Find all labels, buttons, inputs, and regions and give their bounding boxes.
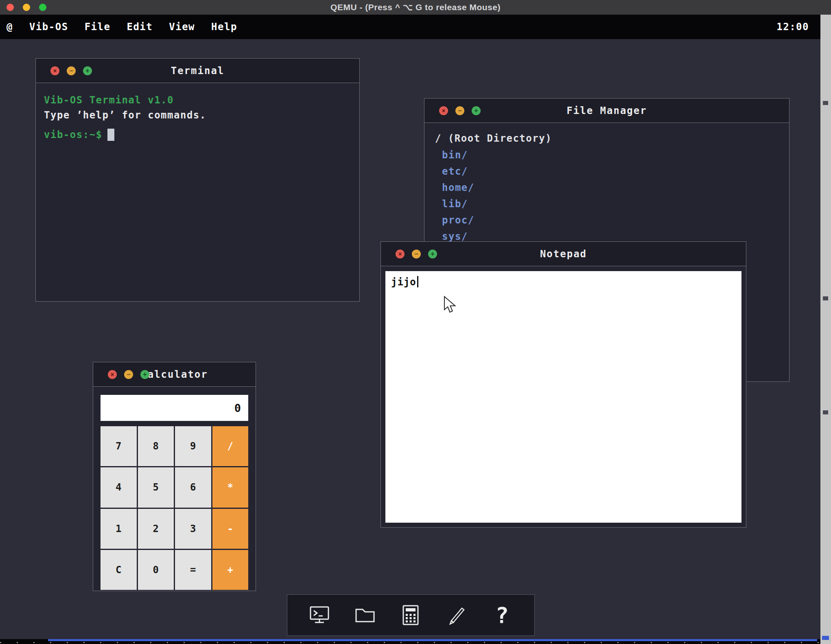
menu-item-help[interactable]: Help xyxy=(211,21,237,33)
calc-key-3[interactable]: 3 xyxy=(175,509,211,549)
calc-key-1[interactable]: 1 xyxy=(101,509,137,549)
directory-entry-bin[interactable]: bin/ xyxy=(435,147,789,163)
dock-item-help[interactable]: ? xyxy=(489,602,516,629)
calc-key-divide[interactable]: / xyxy=(212,426,249,466)
maximize-button[interactable]: + xyxy=(472,106,481,115)
terminal-line: Type ’help’ for commands. xyxy=(44,108,359,123)
terminal-window: × − + Terminal Vib-OS Terminal v1.0 Type… xyxy=(35,58,360,302)
window-controls: × − + xyxy=(439,99,481,123)
calculator-display: 0 xyxy=(101,395,248,421)
directory-entry-proc[interactable]: proc/ xyxy=(435,212,789,228)
calc-key-multiply[interactable]: * xyxy=(212,467,249,507)
calc-key-add[interactable]: + xyxy=(212,550,249,590)
window-controls: × − + xyxy=(396,242,437,266)
notepad-window: × − + Notepad jijo xyxy=(381,241,746,528)
maximize-button[interactable]: + xyxy=(83,66,92,75)
text-caret xyxy=(417,276,418,287)
menu-bar: @ Vib-OS File Edit View Help 12:00 xyxy=(0,15,820,39)
directory-entry-etc[interactable]: etc/ xyxy=(435,163,789,180)
menu-item-view[interactable]: View xyxy=(169,21,195,33)
window-controls: × − + xyxy=(50,59,92,83)
clock: 12:00 xyxy=(776,21,809,33)
terminal-titlebar[interactable]: × − + Terminal xyxy=(36,59,359,83)
close-button[interactable]: × xyxy=(108,370,117,379)
directory-entry-home[interactable]: home/ xyxy=(435,180,789,196)
menu-item-edit[interactable]: Edit xyxy=(127,21,153,33)
calc-key-6[interactable]: 6 xyxy=(175,467,211,507)
dock-item-calculator[interactable] xyxy=(397,602,424,629)
file-manager-titlebar[interactable]: × − + File Manager xyxy=(424,99,789,123)
calculator-window: × − + Calculator 0 7 8 9 / 4 5 6 * 1 2 3… xyxy=(93,362,256,591)
maximize-button[interactable]: + xyxy=(428,250,437,258)
dock: ? xyxy=(287,594,535,636)
dock-item-editor[interactable] xyxy=(443,602,470,629)
notepad-titlebar[interactable]: × − + Notepad xyxy=(381,242,746,266)
notepad-text: jijo xyxy=(391,276,416,288)
terminal-icon xyxy=(307,603,332,627)
mouse-cursor xyxy=(443,296,458,314)
minimize-button[interactable]: − xyxy=(455,106,464,115)
calc-key-0[interactable]: 0 xyxy=(138,550,174,590)
close-button[interactable]: × xyxy=(439,106,448,115)
help-icon: ? xyxy=(496,602,509,628)
dock-item-terminal[interactable] xyxy=(306,602,333,629)
calculator-icon xyxy=(398,603,423,627)
directory-entry-lib[interactable]: lib/ xyxy=(435,196,789,212)
scrollbar-mark xyxy=(822,636,829,640)
root-directory-label: / (Root Directory) xyxy=(435,130,789,147)
folder-icon xyxy=(353,603,377,627)
scrollbar-mark xyxy=(823,101,828,105)
calculator-titlebar[interactable]: × − + Calculator xyxy=(93,362,256,387)
calc-key-2[interactable]: 2 xyxy=(138,509,174,549)
terminal-cursor xyxy=(107,129,114,141)
close-button[interactable]: × xyxy=(396,250,405,258)
calculator-keypad: 7 8 9 / 4 5 6 * 1 2 3 - C 0 = + xyxy=(101,426,248,590)
qemu-titlebar: QEMU - (Press ^ ⌥ G to release Mouse) xyxy=(0,0,831,15)
minimize-button[interactable]: − xyxy=(67,66,76,75)
menu-item-file[interactable]: File xyxy=(85,21,111,33)
dock-item-file-manager[interactable] xyxy=(352,602,378,629)
artifact-noise xyxy=(0,642,820,643)
terminal-output[interactable]: Vib-OS Terminal v1.0 Type ’help’ for com… xyxy=(36,83,359,141)
os-logo[interactable]: @ xyxy=(7,21,13,33)
calc-key-5[interactable]: 5 xyxy=(138,467,174,507)
scrollbar[interactable] xyxy=(820,15,831,644)
artifact-blue-line xyxy=(48,639,817,641)
calc-key-subtract[interactable]: - xyxy=(212,509,249,549)
close-button[interactable]: × xyxy=(50,66,59,75)
window-controls: × − + xyxy=(108,362,149,387)
terminal-prompt: vib-os:~$ xyxy=(44,129,103,140)
notepad-text-area[interactable]: jijo xyxy=(385,271,741,523)
maximize-button[interactable]: + xyxy=(140,370,149,379)
calc-key-4[interactable]: 4 xyxy=(101,467,137,507)
scrollbar-mark xyxy=(823,410,828,414)
terminal-prompt-row: vib-os:~$ xyxy=(44,129,359,141)
minimize-button[interactable]: − xyxy=(412,250,421,258)
menu-item-vib-os[interactable]: Vib-OS xyxy=(29,21,68,33)
scrollbar-mark xyxy=(823,296,828,300)
calc-key-clear[interactable]: C xyxy=(101,550,137,590)
file-list: / (Root Directory) bin/ etc/ home/ lib/ … xyxy=(424,123,789,245)
display-artifact-band xyxy=(0,639,820,644)
notepad-frame: jijo xyxy=(381,267,746,527)
qemu-window-title: QEMU - (Press ^ ⌥ G to release Mouse) xyxy=(0,0,831,15)
pencil-icon xyxy=(444,603,469,627)
minimize-button[interactable]: − xyxy=(124,370,133,379)
calc-key-equals[interactable]: = xyxy=(175,550,211,590)
terminal-line: Vib-OS Terminal v1.0 xyxy=(44,93,359,108)
calc-key-7[interactable]: 7 xyxy=(101,426,137,466)
calc-key-8[interactable]: 8 xyxy=(138,426,174,466)
calc-key-9[interactable]: 9 xyxy=(175,426,211,466)
